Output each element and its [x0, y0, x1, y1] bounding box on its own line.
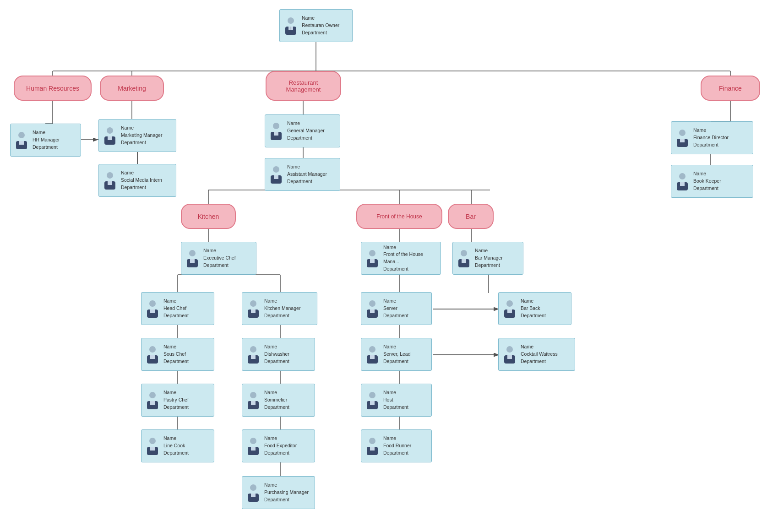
svg-rect-64 — [274, 132, 278, 136]
owner-card: Name Restauran Owner Department — [279, 9, 353, 42]
server-lead-card: Name Server, Lead Department — [361, 338, 432, 371]
svg-point-89 — [149, 392, 156, 398]
kitchen-mgr-card: Name Kitchen Manager Department — [242, 292, 317, 325]
svg-rect-79 — [150, 309, 155, 313]
bar-back-info: Name Bar Back Department — [521, 298, 546, 319]
hr-manager-card: Name HR Manager Department — [10, 124, 81, 157]
sous-chef-card: Name Sous Chef Department — [141, 338, 214, 371]
cocktail-waitress-avatar — [501, 344, 518, 364]
food-runner-info: Name Food Runner Department — [383, 435, 411, 456]
hr-mgr-info: Name HR Manager Department — [33, 129, 60, 151]
svg-point-125 — [506, 346, 513, 353]
social-intern-info: Name Social Media Intern Department — [121, 169, 162, 191]
svg-point-92 — [250, 392, 256, 398]
sous-chef-info: Name Sous Chef Department — [163, 343, 189, 365]
bar-mgr-info: Name Bar Manager Department — [475, 247, 503, 269]
svg-point-77 — [149, 300, 156, 307]
svg-rect-73 — [680, 182, 685, 186]
line-cook-info: Name Line Cook Department — [163, 435, 189, 456]
social-intern-avatar — [102, 170, 118, 190]
dishwasher-card: Name Dishwasher Department — [242, 338, 315, 371]
svg-point-83 — [149, 346, 156, 353]
exec-chef-card: Name Executive Chef Department — [181, 242, 256, 275]
bar-mgr-card: Name Bar Manager Department — [452, 242, 523, 275]
dishwasher-avatar — [245, 344, 261, 364]
purchasing-mgr-card: Name Purchasing Manager Department — [242, 476, 315, 509]
host-info: Name Host Department — [383, 389, 408, 411]
svg-point-104 — [369, 250, 375, 256]
svg-point-119 — [461, 250, 467, 256]
exec-chef-info: Name Executive Chef Department — [203, 247, 236, 269]
sommelier-info: Name Sommelier Department — [264, 389, 289, 411]
head-chef-info: Name Head Chef Department — [163, 298, 189, 319]
svg-point-101 — [250, 484, 256, 491]
svg-point-113 — [369, 392, 375, 398]
svg-point-107 — [369, 300, 375, 307]
mktg-mgr-info: Name Marketing Manager Department — [121, 125, 162, 146]
svg-point-59 — [107, 172, 113, 179]
svg-rect-115 — [370, 401, 375, 405]
svg-rect-67 — [274, 175, 278, 179]
svg-point-95 — [149, 438, 156, 444]
bookkeeper-info: Name Book Keeper Department — [693, 170, 721, 192]
svg-point-98 — [250, 438, 256, 444]
line-cook-avatar — [144, 436, 161, 456]
sommelier-card: Name Sommelier Department — [242, 384, 315, 417]
foh-mgr-avatar — [364, 248, 381, 268]
org-chart: Name Restauran Owner Department Human Re… — [0, 0, 778, 532]
food-expeditor-card: Name Food Expeditor Department — [242, 429, 315, 462]
pastry-chef-info: Name Pastry Chef Department — [163, 389, 189, 411]
purchasing-mgr-avatar — [245, 483, 261, 503]
host-avatar — [364, 390, 381, 410]
svg-rect-85 — [150, 355, 155, 359]
svg-rect-100 — [251, 447, 256, 451]
svg-rect-106 — [370, 259, 375, 263]
foh-mgr-info: Name Front of the House Mana... Departme… — [383, 244, 438, 273]
restaurant-mgmt-dept-label: RestaurantManagement — [266, 71, 341, 101]
svg-rect-58 — [108, 136, 112, 140]
pastry-chef-avatar — [144, 390, 161, 410]
finance-dir-avatar — [674, 128, 691, 148]
svg-point-62 — [273, 123, 279, 129]
bookkeeper-card: Name Book Keeper Department — [671, 165, 753, 198]
finance-dir-info: Name Finance Director Department — [693, 127, 729, 148]
gen-mgr-info: Name General Manager Department — [287, 120, 325, 141]
pastry-chef-card: Name Pastry Chef Department — [141, 384, 214, 417]
asst-mgr-info: Name Assistant Manager Department — [287, 163, 327, 185]
svg-rect-55 — [19, 141, 24, 145]
server-avatar — [364, 299, 381, 319]
svg-point-122 — [506, 300, 513, 307]
food-exp-info: Name Food Expeditor Department — [264, 435, 297, 456]
svg-rect-82 — [251, 309, 256, 313]
general-mgr-card: Name General Manager Department — [265, 114, 340, 147]
bar-dept-label: Bar — [448, 204, 494, 229]
svg-point-74 — [189, 250, 196, 256]
foh-dept-label: Front of the House — [356, 204, 442, 229]
hr-mgr-avatar — [13, 130, 30, 150]
svg-point-65 — [273, 166, 279, 173]
exec-chef-avatar — [184, 248, 201, 268]
bar-mgr-avatar — [456, 248, 472, 268]
svg-point-53 — [18, 132, 25, 138]
server-lead-info: Name Server, Lead Department — [383, 343, 411, 365]
sommelier-avatar — [245, 390, 261, 410]
server-lead-avatar — [364, 344, 381, 364]
social-intern-card: Name Social Media Intern Department — [98, 164, 176, 197]
svg-rect-97 — [150, 447, 155, 451]
svg-rect-94 — [251, 401, 256, 405]
svg-rect-127 — [507, 355, 512, 359]
purchasing-mgr-info: Name Purchasing Manager Department — [264, 482, 309, 503]
kitchen-dept-label: Kitchen — [181, 204, 236, 229]
server-info: Name Server Department — [383, 298, 408, 319]
kitchen-mgr-avatar — [245, 299, 261, 319]
svg-rect-112 — [370, 355, 375, 359]
gen-mgr-avatar — [268, 121, 284, 141]
marketing-dept-label: Marketing — [100, 76, 164, 101]
dishwasher-info: Name Dishwasher Department — [264, 343, 289, 365]
svg-rect-109 — [370, 309, 375, 313]
food-runner-avatar — [364, 436, 381, 456]
svg-rect-124 — [507, 309, 512, 313]
svg-point-68 — [679, 130, 686, 136]
svg-point-116 — [369, 438, 375, 444]
owner-avatar — [283, 16, 299, 36]
